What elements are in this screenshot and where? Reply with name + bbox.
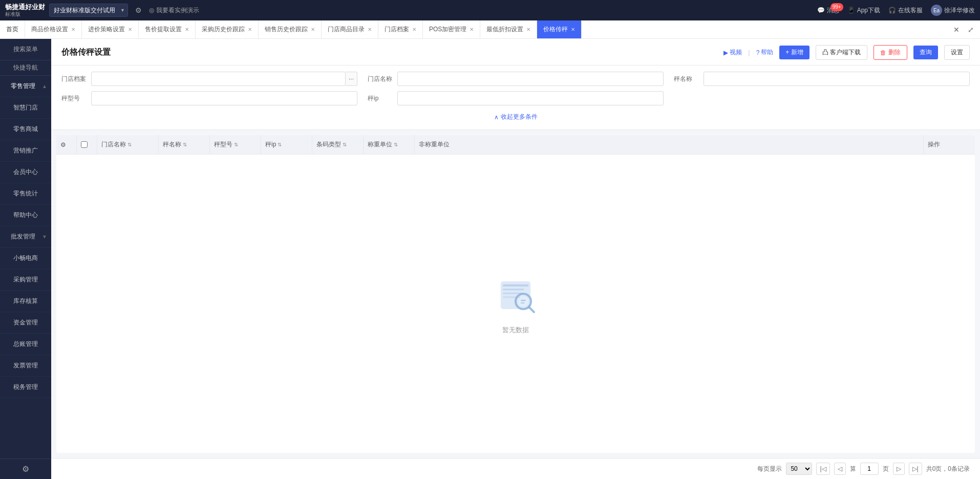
tab-close-icon[interactable]: ✕ — [368, 27, 372, 32]
store-profile-input[interactable] — [91, 72, 346, 86]
sort-icon: ⇅ — [234, 142, 238, 147]
sidebar-item-help-center[interactable]: 帮助中心 — [0, 205, 51, 226]
store-name-input[interactable] — [397, 72, 664, 86]
th-weight-unit[interactable]: 称重单位 ⇅ — [364, 135, 415, 154]
demo-icon: ◎ — [149, 7, 154, 14]
tab-home[interactable]: 首页 — [0, 20, 25, 39]
video-icon: ▶ — [723, 49, 728, 56]
app-download-item[interactable]: 📱 App下载 — [847, 6, 880, 15]
sidebar-item-retail-mgmt[interactable]: 零售管理 ▲ — [0, 76, 51, 97]
help-link[interactable]: ? 帮助 — [756, 48, 774, 57]
svg-rect-8 — [521, 299, 526, 301]
tab-price-scale[interactable]: 价格传秤 ✕ — [537, 20, 582, 39]
prev-page-button[interactable]: ◁ — [834, 463, 846, 475]
scale-model-input[interactable] — [91, 91, 357, 105]
tab-maximize-button[interactable]: ⤢ — [966, 25, 976, 35]
sidebar-search-button[interactable]: 搜索菜单 — [4, 43, 47, 56]
tab-close-icon[interactable]: ✕ — [128, 27, 132, 32]
th-scale-name[interactable]: 秤名称 ⇅ — [159, 135, 210, 154]
tab-sale-extract[interactable]: 售价提取设置 ✕ — [139, 20, 196, 39]
tab-product-price[interactable]: 商品价格设置 ✕ — [25, 20, 82, 39]
tab-close-icon[interactable]: ✕ — [71, 27, 75, 32]
video-link[interactable]: ▶ 视频 — [723, 48, 742, 57]
chevron-up-icon: ▲ — [42, 83, 47, 89]
scale-name-input[interactable] — [704, 72, 970, 86]
scale-ip-input[interactable] — [397, 91, 664, 105]
tab-store-profile[interactable]: 门店档案 ✕ — [378, 20, 423, 39]
notifications-item[interactable]: 💬 消息 99+ — [817, 6, 839, 15]
th-scale-ip[interactable]: 秤ip ⇅ — [261, 135, 312, 154]
tab-purchase-history[interactable]: 采购历史价跟踪 ✕ — [196, 20, 259, 39]
tab-close-active-icon[interactable]: ✕ — [571, 27, 575, 32]
user-item[interactable]: Ea 徐泽华修改 — [931, 5, 975, 16]
online-service-item[interactable]: 🎧 在线客服 — [888, 6, 923, 15]
tab-min-discount[interactable]: 最低折扣设置 ✕ — [480, 20, 537, 39]
sidebar-item-retail-stats[interactable]: 零售统计 — [0, 183, 51, 205]
pagination-bar: 每页显示 10 20 50 100 |◁ ◁ 算 页 ▷ ▷| 共0页，0条记录 — [51, 458, 980, 479]
sidebar-quick-nav-button[interactable]: 快捷导航 — [0, 60, 51, 76]
first-page-button[interactable]: |◁ — [816, 463, 829, 475]
tab-close-icon[interactable]: ✕ — [185, 27, 189, 32]
tab-purchase-strategy[interactable]: 进价策略设置 ✕ — [82, 20, 139, 39]
th-store-name[interactable]: 门店名称 ⇅ — [97, 135, 159, 154]
sidebar-item-tax-mgmt[interactable]: 税务管理 — [0, 377, 51, 398]
trash-icon: 🗑 — [880, 49, 886, 56]
svg-point-6 — [518, 296, 528, 307]
empty-text: 暂无数据 — [502, 325, 529, 335]
select-all-checkbox[interactable] — [81, 141, 88, 148]
sidebar-item-marketing[interactable]: 营销推广 — [0, 140, 51, 162]
tab-store-catalog[interactable]: 门店商品目录 ✕ — [322, 20, 378, 39]
add-button[interactable]: + 新增 — [779, 46, 809, 59]
sidebar-item-xiaochangec[interactable]: 小畅电商 — [0, 248, 51, 269]
per-page-select[interactable]: 10 20 50 100 — [786, 463, 812, 475]
sidebar-item-purchase-mgmt[interactable]: 采购管理 — [0, 269, 51, 291]
page-header: 价格传秤设置 ▶ 视频 | ? 帮助 + 新增 凸 客户端下载 — [51, 39, 980, 66]
settings-form-button[interactable]: 设置 — [944, 45, 970, 60]
version-select-wrap: 好业财标准版交付试用 — [49, 4, 128, 17]
search-form: 门店档案 ··· 门店名称 秤名称 秤型号 — [51, 66, 980, 130]
page-actions: ▶ 视频 | ? 帮助 + 新增 凸 客户端下载 🗑 — [723, 45, 970, 60]
store-profile-ellipsis-button[interactable]: ··· — [346, 72, 357, 86]
tab-close-icon[interactable]: ✕ — [412, 27, 416, 32]
page-title: 价格传秤设置 — [61, 47, 111, 58]
th-operations: 操作 — [924, 135, 975, 154]
store-profile-field: 门店档案 ··· — [61, 72, 357, 86]
sidebar-item-general-ledger[interactable]: 总账管理 — [0, 334, 51, 355]
collapse-button[interactable]: ∧ 收起更多条件 — [494, 111, 538, 123]
sidebar-item-inventory[interactable]: 库存核算 — [0, 291, 51, 312]
sidebar-settings-button[interactable]: ⚙ — [22, 464, 29, 474]
th-settings[interactable]: ⚙ — [56, 135, 77, 154]
tab-close-icon[interactable]: ✕ — [248, 27, 252, 32]
download-button[interactable]: 凸 客户端下载 — [816, 45, 867, 60]
query-button[interactable]: 查询 — [913, 46, 938, 59]
tab-close-icon[interactable]: ✕ — [526, 27, 530, 32]
version-settings-button[interactable]: ⚙ — [132, 5, 145, 15]
sidebar-item-wholesale-mgmt[interactable]: 批发管理 ▼ — [0, 226, 51, 248]
tab-close-icon[interactable]: ✕ — [470, 27, 474, 32]
page-number-input[interactable] — [860, 463, 879, 475]
table-area: ⚙ 门店名称 ⇅ 秤名称 ⇅ 秤型号 ⇅ 秤ip — [56, 135, 975, 453]
th-barcode-type[interactable]: 条码类型 ⇅ — [312, 135, 364, 154]
tab-close-window-button[interactable]: ✕ — [951, 25, 962, 35]
tab-pos-encrypt[interactable]: POS加密管理 ✕ — [423, 20, 480, 39]
last-page-button[interactable]: ▷| — [909, 463, 922, 475]
delete-button[interactable]: 🗑 删除 — [874, 45, 907, 60]
th-scale-model[interactable]: 秤型号 ⇅ — [210, 135, 261, 154]
store-name-field: 门店名称 — [368, 72, 664, 86]
table-header: ⚙ 门店名称 ⇅ 秤名称 ⇅ 秤型号 ⇅ 秤ip — [56, 135, 975, 155]
table-body: 暂无数据 — [56, 155, 975, 453]
svg-line-7 — [529, 307, 534, 312]
search-row-1: 门店档案 ··· 门店名称 秤名称 — [61, 72, 970, 86]
sidebar-item-invoice-mgmt[interactable]: 发票管理 — [0, 355, 51, 377]
version-select[interactable]: 好业财标准版交付试用 — [49, 4, 128, 17]
sidebar-item-member-center[interactable]: 会员中心 — [0, 162, 51, 183]
demo-button[interactable]: ◎ 我要看实例演示 — [149, 6, 199, 15]
sidebar-item-retail-mall[interactable]: 零售商城 — [0, 119, 51, 140]
tab-close-icon[interactable]: ✕ — [311, 27, 315, 32]
sidebar-item-capital-mgmt[interactable]: 资金管理 — [0, 312, 51, 334]
tabs-bar: 首页 商品价格设置 ✕ 进价策略设置 ✕ 售价提取设置 ✕ 采购历史价跟踪 ✕ … — [0, 20, 980, 39]
next-page-button[interactable]: ▷ — [893, 463, 905, 475]
tab-sale-history[interactable]: 销售历史价跟踪 ✕ — [259, 20, 322, 39]
sidebar-item-smart-store[interactable]: 智慧门店 — [0, 97, 51, 119]
th-checkbox[interactable] — [77, 135, 97, 154]
